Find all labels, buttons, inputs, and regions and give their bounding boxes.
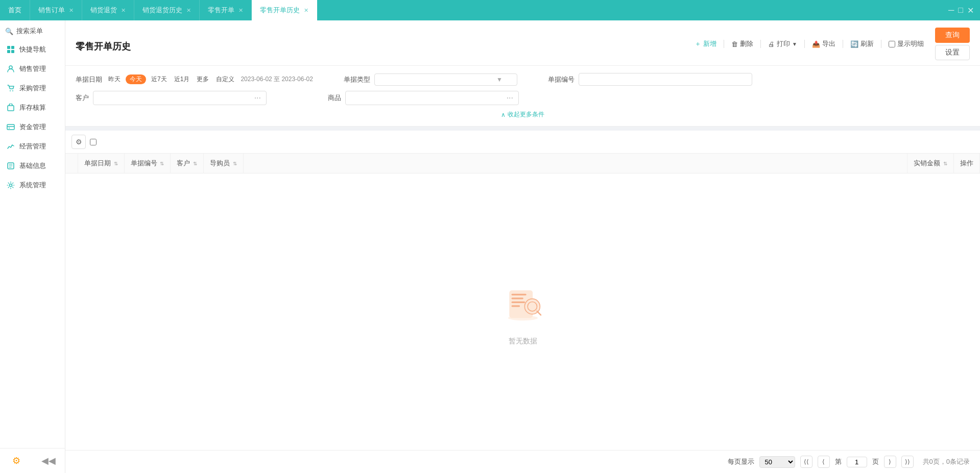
- sidebar-item-base-info[interactable]: 基础信息: [0, 156, 65, 176]
- empty-state: 暂无数据: [65, 173, 980, 450]
- select-all-checkbox[interactable]: [90, 139, 97, 145]
- sidebar: 🔍 搜索采单 快捷导航 销售管理 采购管理 库存核算: [0, 20, 65, 473]
- sys-mgmt-icon: [6, 181, 15, 190]
- page-first-button[interactable]: ⟨⟨: [800, 456, 812, 468]
- print-button[interactable]: 🖨 打印 ▼: [768, 39, 797, 48]
- tab-retail-open-history-close[interactable]: ✕: [304, 7, 308, 14]
- shortcut-7days[interactable]: 近7天: [149, 74, 169, 84]
- shortcut-today[interactable]: 今天: [126, 74, 146, 84]
- window-controls: ─ □ ✕: [948, 6, 980, 15]
- column-settings-icon: ⚙: [76, 138, 82, 146]
- refresh-button[interactable]: 🔄 刷新: [850, 39, 874, 48]
- collapse-more-btn[interactable]: ∧ 收起更多条件: [76, 110, 970, 119]
- divider5: [881, 40, 881, 48]
- th-action: 操作: [954, 154, 980, 173]
- add-button[interactable]: ＋ 新增: [695, 39, 716, 48]
- svg-line-20: [537, 311, 541, 315]
- shortcut-more[interactable]: 更多: [195, 74, 211, 84]
- sidebar-item-sys-mgmt[interactable]: 系统管理: [0, 176, 65, 195]
- tab-sales-order[interactable]: 销售订单 ✕: [30, 0, 82, 20]
- maximize-button[interactable]: □: [958, 6, 963, 15]
- shortcut-yesterday[interactable]: 昨天: [106, 74, 123, 84]
- page-last-button[interactable]: ⟩⟩: [901, 456, 914, 468]
- sidebar-item-finance-label: 资金管理: [19, 122, 46, 132]
- tab-sales-return-history[interactable]: 销货退货历史 ✕: [134, 0, 200, 20]
- doc-type-filter-group: 单据类型 ▼: [344, 73, 517, 86]
- th-no[interactable]: 单据编号 ⇅: [124, 154, 171, 173]
- empty-icon: [497, 278, 548, 329]
- pagination: 每页显示 50 10 20 100 ⟨⟨ ⟨ 第 页 ⟩ ⟩⟩ 共0页，0条记录: [65, 450, 980, 473]
- th-guide[interactable]: 导购员 ⇅: [203, 154, 243, 173]
- delete-button[interactable]: 🗑 删除: [731, 39, 753, 48]
- th-select: [65, 154, 78, 173]
- export-button[interactable]: 📤 导出: [812, 39, 835, 48]
- svg-rect-7: [8, 106, 14, 111]
- svg-rect-0: [7, 46, 10, 49]
- date-filter-label: 单据日期: [76, 75, 102, 84]
- filter-row-1: 单据日期 昨天 今天 近7天 近1月 更多 自定义 2023-06-02 至 2…: [76, 73, 970, 86]
- column-settings-button[interactable]: ⚙: [71, 135, 86, 149]
- tab-retail-open-close[interactable]: ✕: [238, 7, 243, 14]
- query-button[interactable]: 查询: [935, 28, 970, 43]
- th-customer[interactable]: 客户 ⇅: [171, 154, 204, 173]
- page-number-input[interactable]: [847, 457, 867, 467]
- sidebar-item-sales[interactable]: 销售管理: [0, 59, 65, 79]
- collapse-label: 收起更多条件: [508, 110, 544, 119]
- gear-button[interactable]: ⚙: [8, 453, 25, 469]
- close-button[interactable]: ✕: [967, 6, 974, 15]
- shortcut-1month[interactable]: 近1月: [172, 74, 192, 84]
- tab-sales-return-history-close[interactable]: ✕: [186, 7, 191, 14]
- tab-sales-return-close[interactable]: ✕: [121, 7, 126, 14]
- sidebar-item-quick-nav[interactable]: 快捷导航: [0, 40, 65, 59]
- tab-retail-open-history[interactable]: 零售开单历史 ✕: [252, 0, 317, 20]
- collapse-icon: ◀◀: [41, 455, 56, 466]
- base-info-icon: [6, 161, 15, 170]
- collapse-button[interactable]: ◀◀: [40, 453, 57, 469]
- sidebar-item-finance[interactable]: 资金管理: [0, 117, 65, 137]
- tab-home[interactable]: 首页: [0, 0, 30, 20]
- th-amount[interactable]: 实销金额 ⇅: [907, 154, 954, 173]
- sort-no-icon[interactable]: ⇅: [160, 161, 164, 166]
- th-date[interactable]: 单据日期 ⇅: [78, 154, 125, 173]
- top-tabbar: 首页 销售订单 ✕ 销货退货 ✕ 销货退货历史 ✕ 零售开单 ✕ 零售开单历史 …: [0, 0, 980, 20]
- gear-icon: ⚙: [12, 455, 20, 466]
- print-label: 打印: [777, 39, 790, 48]
- svg-point-4: [9, 66, 12, 69]
- sort-customer-icon[interactable]: ⇅: [193, 161, 197, 166]
- sort-guide-icon[interactable]: ⇅: [233, 161, 237, 166]
- page-title: 零售开单历史: [76, 40, 131, 53]
- sidebar-item-purchase-label: 采购管理: [19, 84, 46, 93]
- sidebar-item-operations[interactable]: 经营管理: [0, 137, 65, 156]
- settings-button[interactable]: 设置: [935, 45, 970, 60]
- doc-type-select[interactable]: ▼: [374, 73, 517, 86]
- tab-sales-return[interactable]: 销货退货 ✕: [82, 0, 134, 20]
- doc-no-input[interactable]: [579, 73, 752, 86]
- sidebar-item-inventory[interactable]: 库存核算: [0, 98, 65, 117]
- shortcut-custom[interactable]: 自定义: [214, 74, 236, 84]
- customer-input[interactable]: ···: [93, 91, 267, 105]
- show-detail-input[interactable]: [889, 41, 895, 47]
- page-prev-button[interactable]: ⟨: [818, 456, 830, 468]
- sidebar-item-purchase[interactable]: 采购管理: [0, 79, 65, 98]
- per-page-select[interactable]: 50 10 20 100: [759, 456, 795, 468]
- goods-input[interactable]: ···: [345, 91, 519, 105]
- sidebar-search[interactable]: 🔍 搜索采单: [0, 20, 65, 40]
- sort-amount-icon[interactable]: ⇅: [943, 161, 947, 166]
- data-table: 单据日期 ⇅ 单据编号 ⇅ 客户 ⇅ 导购员 ⇅: [65, 154, 980, 173]
- page-next-button[interactable]: ⟩: [884, 456, 896, 468]
- show-detail-checkbox[interactable]: 显示明细: [889, 39, 924, 48]
- table-header: 单据日期 ⇅ 单据编号 ⇅ 客户 ⇅ 导购员 ⇅: [65, 154, 980, 173]
- sort-date-icon[interactable]: ⇅: [114, 161, 118, 166]
- page-header: 零售开单历史 ＋ 新增 🗑 删除 🖨 打印 ▼: [65, 20, 980, 66]
- svg-rect-17: [511, 305, 520, 307]
- customer-dots: ···: [254, 93, 261, 103]
- tab-retail-open[interactable]: 零售开单 ✕: [200, 0, 252, 20]
- minimize-button[interactable]: ─: [948, 6, 954, 15]
- collapse-arrow-icon: ∧: [501, 111, 506, 118]
- tab-sales-order-close[interactable]: ✕: [69, 7, 74, 14]
- show-detail-label: 显示明细: [897, 39, 924, 48]
- page-unit: 页: [872, 457, 879, 466]
- customer-filter-group: 客户 ···: [76, 91, 267, 105]
- svg-rect-16: [511, 302, 525, 303]
- goods-dots: ···: [507, 93, 513, 103]
